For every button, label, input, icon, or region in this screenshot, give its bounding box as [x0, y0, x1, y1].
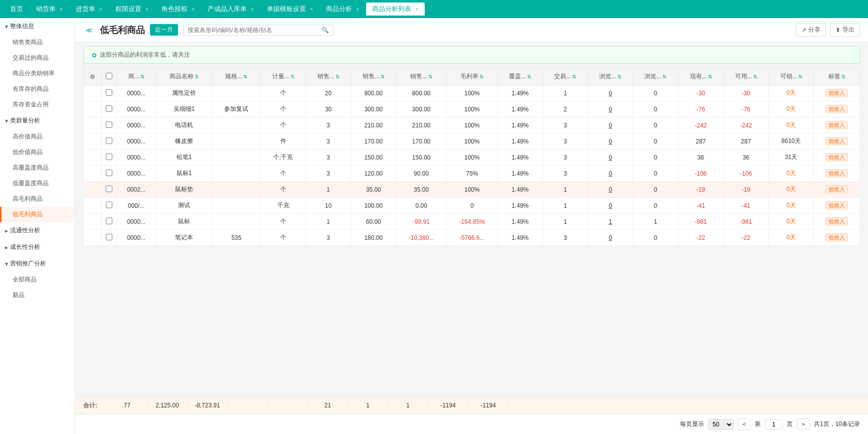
col-sales-price[interactable]: 销售...⇅ [351, 68, 396, 85]
cell-view1[interactable]: 0 [588, 150, 633, 166]
row-checkbox[interactable] [106, 154, 112, 160]
collapse-button[interactable]: ≪ [83, 24, 95, 36]
sidebar-item-new-goods[interactable]: 新品 [0, 287, 75, 303]
col-code[interactable]: 商...⇅ [117, 68, 156, 85]
row-checkbox[interactable] [106, 202, 112, 208]
close-icon[interactable]: × [310, 6, 313, 12]
cell-view1[interactable]: 0 [588, 166, 633, 182]
sidebar-item-high-margin[interactable]: 高毛利商品 [0, 191, 75, 207]
col-current-stock[interactable]: 现有...⇅ [678, 68, 723, 85]
sidebar-group-growth[interactable]: ▸ 成长性分析 [0, 239, 75, 255]
cell-checkbox[interactable] [102, 101, 117, 117]
row-checkbox[interactable] [106, 170, 112, 176]
close-icon[interactable]: × [356, 6, 359, 12]
row-checkbox[interactable] [106, 89, 112, 96]
cell-view1[interactable]: 0 [588, 117, 633, 133]
page-input[interactable] [765, 419, 783, 429]
col-name[interactable]: 商品名称⇅ [156, 68, 212, 85]
sidebar-item-sales-goods[interactable]: 销售类商品 [0, 35, 75, 50]
cell-checkbox[interactable] [102, 150, 117, 166]
cell-checkbox[interactable] [102, 117, 117, 133]
cell-view1[interactable]: 0 [588, 133, 633, 150]
row-checkbox[interactable] [106, 234, 112, 240]
cell-view1[interactable]: 0 [588, 85, 633, 101]
nav-item-home[interactable]: 首页 [4, 3, 29, 16]
nav-item-purchase[interactable]: 进货单 × [70, 3, 108, 16]
cell-view1[interactable]: 0 [588, 101, 633, 117]
next-page-button[interactable]: ＞ [797, 418, 810, 430]
col-spec[interactable]: 规格...⇅ [212, 68, 260, 85]
cell-checkbox[interactable] [102, 198, 117, 214]
sidebar-item-high-value[interactable]: 高价值商品 [0, 129, 75, 144]
cell-view1[interactable]: 1 [588, 214, 633, 230]
cell-checkbox[interactable] [102, 230, 117, 246]
col-view2[interactable]: 浏览...⇅ [633, 68, 678, 85]
nav-item-sales[interactable]: 销货单 × [30, 3, 69, 16]
col-unit[interactable]: 计量...⇅ [261, 68, 306, 85]
sidebar-item-low-value[interactable]: 低价值商品 [0, 144, 75, 160]
row-checkbox[interactable] [106, 186, 112, 192]
sidebar-group-overall[interactable]: ▾ 整体信息 [0, 18, 75, 35]
sidebar-item-low-margin[interactable]: 低毛利商品 [0, 207, 75, 222]
col-coverage[interactable]: 覆盖...⇅ [497, 68, 543, 85]
col-checkbox[interactable] [102, 68, 117, 85]
cell-checkbox[interactable] [102, 214, 117, 230]
sidebar-item-low-coverage[interactable]: 低覆盖度商品 [0, 176, 75, 191]
sidebar-item-high-coverage[interactable]: 高覆盖度商品 [0, 160, 75, 176]
sidebar-item-all-goods[interactable]: 全部商品 [0, 272, 75, 287]
sidebar-group-liquidity[interactable]: ▸ 流通性分析 [0, 222, 75, 239]
prev-page-button[interactable]: ＜ [738, 418, 751, 430]
close-icon[interactable]: × [192, 6, 195, 12]
col-available-stock[interactable]: 可用...⇅ [724, 68, 769, 85]
cell-sellable-days: 0天 [769, 182, 814, 198]
row-checkbox[interactable] [106, 137, 112, 144]
cell-view1[interactable]: 0 [588, 198, 633, 214]
nav-item-products[interactable]: 产成品入库单 × [202, 3, 260, 16]
per-page-select[interactable]: 50 20 100 [708, 419, 734, 430]
cell-checkbox[interactable] [102, 166, 117, 182]
close-icon[interactable]: × [145, 6, 148, 12]
sidebar-group-cluster[interactable]: ▾ 类群量分析 [0, 112, 75, 129]
col-settings[interactable]: ⚙ [84, 68, 102, 85]
cell-checkbox[interactable] [102, 182, 117, 198]
nav-item-templates[interactable]: 单据模板设置 × [261, 3, 319, 16]
close-icon[interactable]: × [60, 6, 63, 12]
cell-view1[interactable]: 0 [588, 230, 633, 246]
sidebar-item-stocked-goods[interactable]: 有库存的商品 [0, 81, 75, 97]
row-checkbox[interactable] [106, 121, 112, 128]
time-filter-button[interactable]: 近一月 [150, 24, 178, 36]
nav-item-permissions[interactable]: 权限设置 × [109, 3, 154, 16]
cell-checkbox[interactable] [102, 133, 117, 150]
nav-item-analysis[interactable]: 商品分析 × [320, 3, 365, 16]
sidebar-item-traded-goods[interactable]: 交易过的商品 [0, 50, 75, 66]
row-checkbox[interactable] [106, 105, 112, 112]
nav-item-roles[interactable]: 角色授权 × [155, 3, 201, 16]
col-sellable-days[interactable]: 可销...⇅ [769, 68, 814, 85]
col-sales-qty[interactable]: 销售...⇅ [306, 68, 351, 85]
close-icon[interactable]: × [415, 6, 418, 12]
col-tag[interactable]: 标签⇅ [814, 68, 860, 85]
select-all-checkbox[interactable] [106, 73, 112, 79]
close-icon[interactable]: × [99, 6, 102, 12]
cell-view1[interactable]: 0 [588, 182, 633, 198]
sidebar-item-category-rate[interactable]: 商品分类助销率 [0, 66, 75, 81]
search-input[interactable] [188, 27, 321, 34]
cell-checkbox[interactable] [102, 85, 117, 101]
share-button[interactable]: ↗ 分享 [796, 23, 826, 37]
col-gross-margin[interactable]: 毛利率⇅ [446, 68, 497, 85]
col-view1[interactable]: 浏览...⇅ [588, 68, 633, 85]
sidebar: ▾ 整体信息 销售类商品 交易过的商品 商品分类助销率 有库存的商品 库存资金占… [0, 18, 75, 434]
col-sales-amount[interactable]: 销售...⇅ [396, 68, 447, 85]
row-checkbox[interactable] [106, 218, 112, 224]
sidebar-item-capital[interactable]: 库存资金占用 [0, 97, 75, 112]
sidebar-group-marketing[interactable]: ▾ 营销推广分析 [0, 255, 75, 272]
export-button[interactable]: ⬆ 导出 [830, 23, 860, 37]
footer-sales-amount: -8,723.91 [188, 401, 228, 410]
cell-sales-qty: 1 [306, 182, 351, 198]
nav-item-analysis-list[interactable]: 商品分析列表 × [366, 3, 424, 16]
search-icon[interactable]: 🔍 [321, 27, 329, 34]
table-container[interactable]: ⚙ 商...⇅ 商品名称⇅ 规格...⇅ 计量...⇅ 销售...⇅ 销售...… [75, 68, 868, 396]
col-trade[interactable]: 交易...⇅ [543, 68, 588, 85]
close-icon[interactable]: × [251, 6, 254, 12]
cell-unit: 个 [261, 230, 306, 246]
